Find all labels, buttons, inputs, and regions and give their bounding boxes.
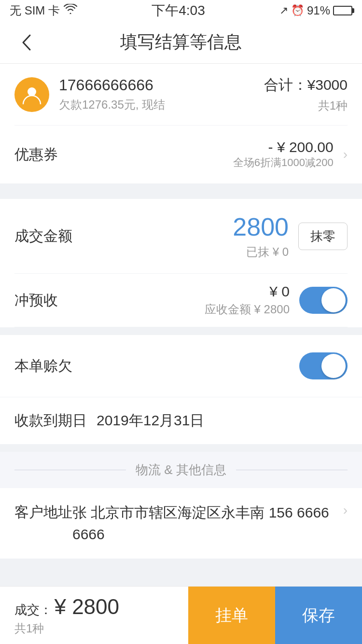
separator-line-right: [236, 470, 348, 470]
save-button[interactable]: 保存: [275, 587, 362, 644]
coupon-label: 优惠券: [14, 145, 233, 165]
status-right: ↗ ⏰ 91%: [279, 4, 352, 17]
battery-icon: [333, 6, 352, 15]
customer-info: 17666666666 欠款1276.35元, 现结: [59, 76, 264, 112]
svg-point-0: [28, 87, 36, 96]
footer-info: 成交： ¥ 2800 共1种: [0, 595, 188, 636]
customer-section: 17666666666 欠款1276.35元, 现结 合计：¥3000 共1种 …: [0, 64, 362, 183]
toggle-knob: [321, 288, 346, 312]
person-icon: [21, 84, 42, 105]
nav-bar: 填写结算等信息: [0, 21, 362, 64]
customer-phone: 17666666666: [59, 76, 264, 94]
credit-toggle[interactable]: [299, 352, 348, 379]
transaction-amount-right: 2800 已抹 ¥ 0 抹零: [233, 212, 348, 260]
footer-amount: ¥ 2800: [54, 595, 119, 618]
credit-section: 本单赊欠 收款到期日 2019年12月31日: [0, 335, 362, 444]
total-count: 共1种: [264, 98, 348, 113]
total-amount: 合计：¥3000: [264, 75, 348, 95]
carrier-label: 无 SIM 卡: [10, 3, 60, 18]
prepay-row: 冲预收 ¥ 0 应收金额 ¥ 2800: [14, 274, 348, 327]
address-content: 张 北京市市辖区海淀区永丰南 156 6666 6666: [72, 502, 338, 545]
receivable-amount: 应收金额 ¥ 2800: [205, 302, 290, 317]
due-date-row: 收款到期日 2019年12月31日: [0, 397, 362, 444]
logistics-title: 物流 & 其他信息: [126, 462, 236, 478]
credit-toggle-knob: [321, 354, 346, 378]
round-button[interactable]: 抹零: [298, 223, 348, 250]
chevron-right-icon: ›: [343, 147, 348, 162]
amount-col: 2800 已抹 ¥ 0: [233, 212, 289, 260]
location-icon: ↗: [279, 4, 288, 17]
discount-desc: 全场6折满1000减200: [233, 155, 334, 170]
prepay-toggle[interactable]: [299, 287, 348, 314]
gray-separator-3: [0, 444, 362, 452]
footer-transaction-label: 成交：: [14, 602, 52, 617]
credit-row: 本单赊欠: [0, 335, 362, 397]
amount-section: 成交金额 2800 已抹 ¥ 0 抹零 冲预收 ¥ 0 应收金额 ¥ 2800: [0, 199, 362, 327]
discount-amount: - ¥ 200.00: [233, 139, 334, 155]
customer-avatar: [14, 77, 49, 112]
credit-label: 本单赊欠: [14, 356, 299, 376]
battery-percent: 91%: [307, 4, 330, 17]
logistics-separator: 物流 & 其他信息: [0, 452, 362, 488]
status-left: 无 SIM 卡: [10, 3, 77, 18]
coupon-right: - ¥ 200.00 全场6折满1000减200 ›: [233, 139, 348, 170]
due-date-label: 收款到期日: [14, 411, 87, 431]
transaction-amount-row: 成交金额 2800 已抹 ¥ 0 抹零: [14, 199, 348, 274]
address-chevron-icon: ›: [343, 502, 348, 518]
address-section: 客户地址 张 北京市市辖区海淀区永丰南 156 6666 6666 ›: [0, 488, 362, 559]
footer: 成交： ¥ 2800 共1种 挂单 保存: [0, 586, 362, 644]
rounded-desc: 已抹 ¥ 0: [233, 244, 289, 260]
status-time: 下午4:03: [152, 1, 205, 20]
customer-row: 17666666666 欠款1276.35元, 现结 合计：¥3000 共1种: [0, 64, 362, 125]
address-label: 客户地址: [14, 502, 72, 522]
coupon-discount: - ¥ 200.00 全场6折满1000减200: [233, 139, 334, 170]
prepay-label: 冲预收: [14, 291, 205, 310]
customer-debt: 欠款1276.35元, 现结: [59, 97, 264, 112]
coupon-row[interactable]: 优惠券 - ¥ 200.00 全场6折满1000减200 ›: [0, 126, 362, 183]
amount-value: 2800: [233, 213, 289, 241]
wifi-icon: [64, 4, 77, 17]
alarm-icon: ⏰: [291, 4, 304, 17]
prepay-amount: ¥ 0: [269, 283, 290, 300]
gray-separator-1: [0, 191, 362, 199]
page-title: 填写结算等信息: [39, 30, 323, 54]
address-row[interactable]: 客户地址 张 北京市市辖区海淀区永丰南 156 6666 6666 ›: [0, 488, 362, 559]
footer-count: 共1种: [14, 621, 174, 636]
back-button[interactable]: [14, 30, 39, 55]
status-bar: 无 SIM 卡 下午4:03 ↗ ⏰ 91%: [0, 0, 362, 21]
separator-line-left: [14, 470, 126, 470]
gray-separator-2: [0, 327, 362, 335]
due-date-value: 2019年12月31日: [97, 411, 204, 431]
transaction-amount-label: 成交金额: [14, 226, 233, 246]
pending-button[interactable]: 挂单: [188, 587, 275, 644]
prepay-right: ¥ 0 应收金额 ¥ 2800: [205, 283, 290, 317]
customer-total: 合计：¥3000 共1种: [264, 75, 348, 113]
